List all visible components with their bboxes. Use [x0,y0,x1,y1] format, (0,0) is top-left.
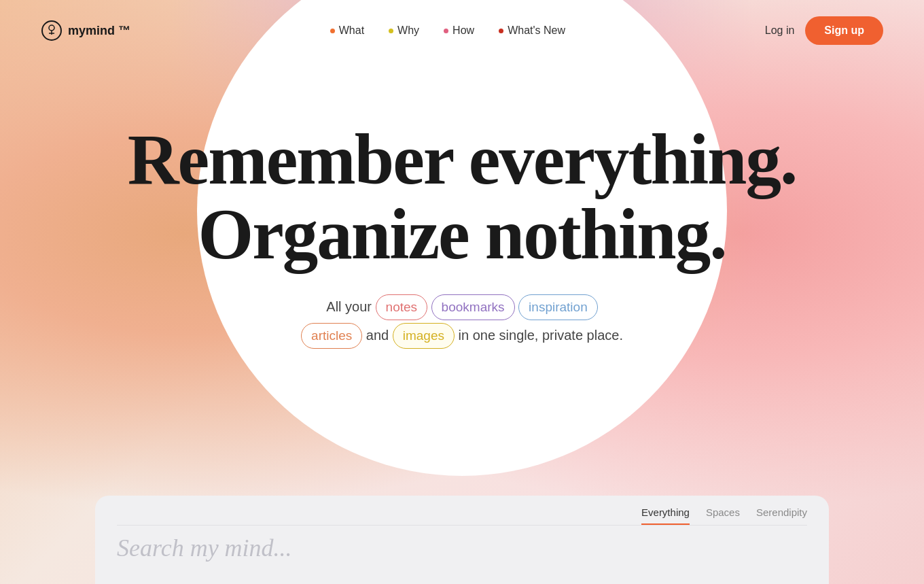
subtitle-suffix: in one single, private place. [459,328,623,343]
tag-notes[interactable]: notes [376,294,427,320]
nav-actions: Log in Sign up [765,16,883,45]
panel-tabs: Everything Spaces Serendipity [95,496,829,525]
subtitle-prefix: All your [326,299,372,314]
logo-text: mymind ™ [68,24,130,38]
nav-dot-whats-new [499,29,503,33]
nav-dot-why [389,29,393,33]
hero-subtitle: All your notes bookmarks inspiration art… [0,294,924,349]
logo[interactable]: mymind ™ [41,20,130,41]
tag-articles[interactable]: articles [301,323,362,349]
hero-headline: Remember everything. Organize nothing. [0,122,924,273]
hero-content: Remember everything. Organize nothing. A… [0,61,924,349]
bottom-panel: Everything Spaces Serendipity Search my … [95,496,829,584]
subtitle-line1: All your notes bookmarks inspiration [0,294,924,320]
nav-dot-how [444,29,448,33]
tag-inspiration[interactable]: inspiration [518,294,598,320]
hero-line1: Remember everything. [128,120,796,199]
nav-links: What Why How What's New [330,24,565,37]
nav-dot-what [330,29,335,33]
hero-line2: Organize nothing. [198,194,726,274]
navbar: mymind ™ What Why How What's New [0,0,924,61]
nav-item-how[interactable]: How [444,24,474,37]
subtitle-line2: articles and images in one single, priva… [0,323,924,349]
nav-item-what[interactable]: What [330,24,364,37]
tab-spaces[interactable]: Spaces [706,506,740,525]
subtitle-and: and [366,328,389,343]
panel-search: Search my mind... [95,526,829,579]
signup-button[interactable]: Sign up [805,16,883,45]
login-button[interactable]: Log in [765,24,795,37]
svg-point-1 [49,25,54,31]
search-placeholder-text[interactable]: Search my mind... [117,534,292,562]
nav-item-whats-new[interactable]: What's New [499,24,565,37]
nav-item-why[interactable]: Why [389,24,419,37]
tab-serendipity[interactable]: Serendipity [756,506,807,525]
tag-images[interactable]: images [393,323,455,349]
tab-everything[interactable]: Everything [641,506,690,525]
tag-bookmarks[interactable]: bookmarks [431,294,515,320]
logo-icon [41,20,63,41]
